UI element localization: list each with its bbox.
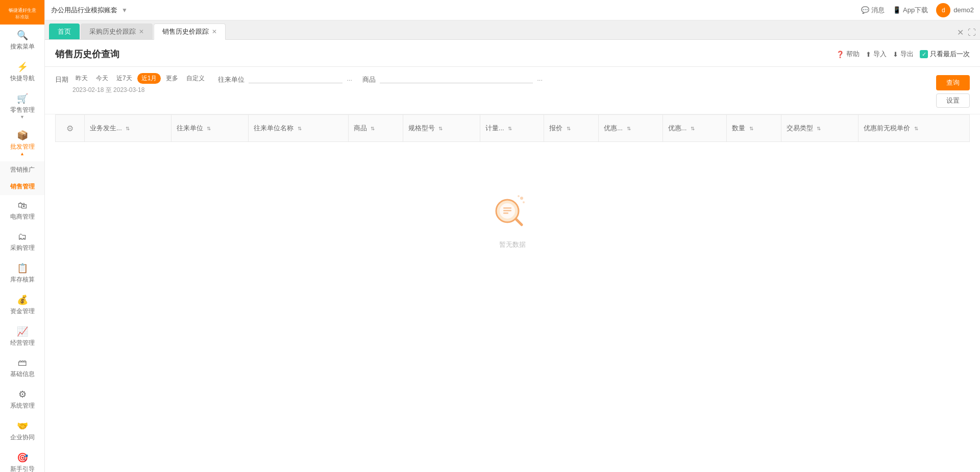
sidebar-item-retail-mgmt[interactable]: 🛒 零售管理 ▼ <box>0 88 44 125</box>
col-product[interactable]: 商品 ⇅ <box>348 115 403 142</box>
svg-rect-5 <box>503 210 511 211</box>
counterpart-input-group: ... <box>249 73 352 83</box>
import-button[interactable]: ⬆ 导入 <box>866 50 887 59</box>
export-button[interactable]: ⬇ 导出 <box>893 50 914 59</box>
table-settings-header: ⚙ <box>56 115 85 142</box>
sidebar-item-wholesale-mgmt[interactable]: 📦 批发管理 ▲ <box>0 125 44 161</box>
col-quote-price[interactable]: 报价 ⇅ <box>544 115 599 142</box>
sort-trade-type-icon: ⇅ <box>817 126 821 131</box>
main-content: 办公用品行业模拟账套 ▼ 💬 消息 📱 App下载 d demo2 首页 采购历… <box>45 0 980 472</box>
product-filter-group: 商品 ... <box>362 73 543 84</box>
sort-counterpart-name-icon: ⇅ <box>298 126 302 131</box>
sidebar-item-ecommerce-mgmt[interactable]: 🛍 电商管理 <box>0 195 44 226</box>
sort-product-icon: ⇅ <box>371 126 375 131</box>
sales-mgmt-label: 销售管理 <box>10 182 35 191</box>
sidebar-item-search-menu-label: 搜索菜单 <box>10 42 35 51</box>
sidebar-item-ops-mgmt[interactable]: 📈 经营管理 <box>0 321 44 352</box>
tab-home[interactable]: 首页 <box>49 23 80 39</box>
sidebar-nav: 🔍 搜索菜单 ⚡ 快捷导航 🛒 零售管理 ▼ 📦 批发管理 ▲ 营销推广 销售管… <box>0 25 44 472</box>
date-tab-today[interactable]: 今天 <box>93 73 111 84</box>
col-counterpart-name[interactable]: 往来单位名称 ⇅ <box>249 115 349 142</box>
table-header: ⚙ 业务发生... ⇅ 往来单位 ⇅ 往来单位名称 ⇅ <box>56 115 970 142</box>
tab-purchase-history-label: 采购历史价跟踪 <box>89 27 136 36</box>
tab-home-label: 首页 <box>58 27 71 36</box>
svg-line-7 <box>516 219 522 225</box>
svg-rect-6 <box>503 213 508 214</box>
search-button[interactable]: 查询 <box>936 75 970 90</box>
sidebar-item-ops-label: 经营管理 <box>10 339 35 347</box>
date-tabs: 昨天 今天 近7天 近1月 更多 自定义 <box>72 73 208 84</box>
col-business-date[interactable]: 业务发生... ⇅ <box>85 115 172 142</box>
sidebar-item-new-guide[interactable]: 🎯 新手引导 <box>0 447 44 472</box>
sidebar-item-retail-label: 零售管理 <box>10 106 35 114</box>
col-discount2[interactable]: 优惠... ⇅ <box>663 115 726 142</box>
date-tab-yesterday[interactable]: 昨天 <box>72 73 91 84</box>
empty-text: 暂无数据 <box>499 240 526 249</box>
sidebar-item-search-menu[interactable]: 🔍 搜索菜单 <box>0 25 44 56</box>
tab-expand-icon[interactable]: ⛶ <box>968 28 976 37</box>
table-settings-gear-icon[interactable]: ⚙ <box>61 119 79 137</box>
sidebar-item-wholesale-label: 批发管理 <box>10 143 35 151</box>
finance-mgmt-icon: 💰 <box>17 294 28 305</box>
col-price-no-tax[interactable]: 优惠前无税单价 ⇅ <box>859 115 970 142</box>
only-last-checkbox-label[interactable]: ✓ 只看最后一次 <box>920 50 970 59</box>
counterpart-input[interactable] <box>249 73 342 83</box>
sidebar-item-sales-mgmt[interactable]: 销售管理 <box>0 178 44 195</box>
topbar-left: 办公用品行业模拟账套 ▼ <box>51 6 128 15</box>
sort-discount1-icon: ⇅ <box>627 126 631 131</box>
col-discount1[interactable]: 优惠... ⇅ <box>599 115 663 142</box>
col-counterpart-code[interactable]: 往来单位 ⇅ <box>171 115 248 142</box>
setting-button[interactable]: 设置 <box>936 93 970 108</box>
tabs-bar: 首页 采购历史价跟踪 ✕ 销售历史价跟踪 ✕ ✕ ⛶ <box>45 20 980 40</box>
new-guide-icon: 🎯 <box>17 452 28 463</box>
col-unit[interactable]: 计量... ⇅ <box>480 115 544 142</box>
product-dots[interactable]: ... <box>537 75 543 82</box>
date-range-display: 2023-02-18 至 2023-03-18 <box>72 86 208 95</box>
sort-discount2-icon: ⇅ <box>691 126 695 131</box>
tab-close-all-icon[interactable]: ✕ <box>957 28 964 37</box>
help-label: 帮助 <box>846 50 860 59</box>
sidebar-item-system-label: 系统管理 <box>10 402 35 410</box>
tab-sales-history[interactable]: 销售历史价跟踪 ✕ <box>154 23 226 40</box>
sidebar-item-finance-mgmt[interactable]: 💰 资金管理 <box>0 289 44 321</box>
sidebar-item-quick-nav-label: 快捷导航 <box>10 74 35 83</box>
sidebar-item-quick-nav[interactable]: ⚡ 快捷导航 <box>0 56 44 88</box>
tab-purchase-history-close-icon[interactable]: ✕ <box>139 28 144 35</box>
sort-business-date-icon: ⇅ <box>126 126 130 131</box>
wholesale-mgmt-arrow-icon: ▲ <box>20 151 24 156</box>
filter-action-buttons: 查询 设置 <box>936 75 970 108</box>
workspace-dropdown-icon[interactable]: ▼ <box>121 7 128 14</box>
retail-mgmt-icon: 🛒 <box>17 93 28 104</box>
app-download-action[interactable]: 📱 App下载 <box>893 6 928 15</box>
counterpart-filter-group: 往来单位 ... <box>218 73 352 84</box>
date-tab-more[interactable]: 更多 <box>163 73 181 84</box>
app-download-label: App下载 <box>903 6 928 15</box>
sort-spec-icon: ⇅ <box>438 126 443 131</box>
sidebar-item-system-mgmt[interactable]: ⚙ 系统管理 <box>0 384 44 415</box>
date-tab-7days[interactable]: 近7天 <box>113 73 135 84</box>
sort-price-no-tax-icon: ⇅ <box>914 126 918 131</box>
tab-sales-history-close-icon[interactable]: ✕ <box>212 28 217 35</box>
tab-purchase-history[interactable]: 采购历史价跟踪 ✕ <box>81 23 153 39</box>
sidebar-item-purchase-mgmt[interactable]: 🗂 采购管理 <box>0 226 44 257</box>
product-input[interactable] <box>380 73 533 83</box>
only-last-checkbox[interactable]: ✓ <box>920 50 928 58</box>
topbar-right: 💬 消息 📱 App下载 d demo2 <box>861 3 974 17</box>
message-action[interactable]: 💬 消息 <box>861 6 885 15</box>
logo-icon: 6 <box>14 4 31 7</box>
counterpart-dots[interactable]: ... <box>347 75 352 82</box>
sidebar-item-base-info[interactable]: 🗃 基础信息 <box>0 352 44 384</box>
col-spec[interactable]: 规格型号 ⇅ <box>403 115 480 142</box>
data-table: ⚙ 业务发生... ⇅ 往来单位 ⇅ 往来单位名称 ⇅ <box>55 114 970 142</box>
help-button[interactable]: ❓ 帮助 <box>836 50 860 59</box>
sidebar-item-inventory[interactable]: 📋 库存核算 <box>0 257 44 289</box>
date-tab-custom[interactable]: 自定义 <box>183 73 208 84</box>
col-quantity[interactable]: 数量 ⇅ <box>726 115 781 142</box>
col-trade-type[interactable]: 交易类型 ⇅ <box>781 115 858 142</box>
user-action[interactable]: d demo2 <box>936 3 974 17</box>
sidebar-item-marketing[interactable]: 营销推广 <box>0 161 44 178</box>
empty-illustration <box>487 183 538 234</box>
date-tab-1month[interactable]: 近1月 <box>137 73 161 84</box>
sidebar-item-enterprise-agreement[interactable]: 🤝 企业协同 <box>0 415 44 447</box>
search-menu-icon: 🔍 <box>17 30 28 41</box>
